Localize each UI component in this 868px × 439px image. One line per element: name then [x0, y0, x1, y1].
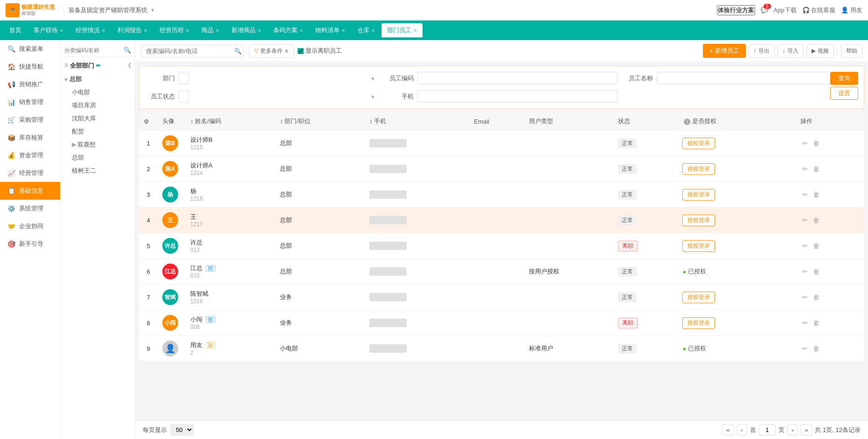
- tree-child-zongbu2[interactable]: 总部: [61, 151, 135, 164]
- close-icon[interactable]: ✕: [102, 28, 105, 33]
- edit-btn[interactable]: ✏: [800, 241, 810, 251]
- tab-bom[interactable]: 物料清单 ✕: [310, 23, 351, 37]
- tree-all-dept[interactable]: 全部部门: [70, 62, 94, 70]
- notification[interactable]: 💬 5: [761, 7, 768, 14]
- sidebar-item-guide[interactable]: 🎯新手引导: [0, 235, 60, 253]
- dept-select[interactable]: [179, 72, 189, 84]
- per-page-select[interactable]: 50: [171, 425, 194, 435]
- th-name[interactable]: ↕ 姓名/编码: [186, 112, 275, 131]
- tree-search-input[interactable]: [64, 47, 124, 54]
- search-input[interactable]: [141, 45, 243, 57]
- app-download[interactable]: App下载: [774, 6, 797, 14]
- tree-child-shenyang[interactable]: 沈阳大库: [61, 112, 135, 125]
- sidebar-item-marketing[interactable]: 📢营销推广: [0, 76, 60, 93]
- sidebar-item-biz[interactable]: 📈经营管理: [0, 164, 60, 182]
- title-dropdown[interactable]: ▾: [151, 7, 154, 14]
- tree-edit-icon[interactable]: ✏: [96, 63, 101, 69]
- tab-warehouse[interactable]: 仓库 ✕: [352, 23, 381, 37]
- tab-add-goods[interactable]: 新增商品 ✕: [226, 23, 267, 37]
- import-btn[interactable]: ↓ 导入: [778, 44, 804, 58]
- tab-ops[interactable]: 经营情况 ✕: [70, 23, 111, 37]
- online-service[interactable]: 🎧 在线客服: [802, 6, 836, 14]
- edit-btn[interactable]: ✏: [800, 293, 810, 302]
- phone-input[interactable]: [417, 90, 617, 103]
- show-resigned-checkbox[interactable]: 显示离职员工: [298, 47, 342, 55]
- close-icon[interactable]: ✕: [60, 28, 63, 33]
- last-page-btn[interactable]: »: [800, 425, 812, 435]
- set-btn[interactable]: 设置: [830, 87, 858, 100]
- edit-btn[interactable]: ✏: [800, 318, 810, 328]
- auth-login-btn[interactable]: 授权登录: [682, 240, 715, 252]
- more-filter-btn[interactable]: ▽ 更多条件 ∧: [249, 44, 294, 58]
- sidebar-item-finance[interactable]: 💰资金管理: [0, 146, 60, 164]
- edit-btn[interactable]: ✏: [800, 344, 810, 353]
- sidebar-item-sales[interactable]: 📊销售管理: [0, 93, 60, 111]
- close-icon[interactable]: ✕: [371, 28, 375, 33]
- delete-btn[interactable]: 🗑: [811, 241, 821, 251]
- th-phone[interactable]: ↕ 手机: [365, 112, 469, 131]
- add-employee-btn[interactable]: + 新增员工: [703, 44, 746, 58]
- auth-login-btn[interactable]: 授权登录: [682, 163, 715, 175]
- page-number-input[interactable]: [759, 425, 776, 435]
- delete-btn[interactable]: 🗑: [811, 267, 821, 276]
- tab-history[interactable]: 经营历程 ✕: [154, 23, 195, 37]
- sidebar-item-purchase[interactable]: 🛒采购管理: [0, 111, 60, 129]
- user-avatar[interactable]: 👤 用友: [841, 6, 862, 14]
- close-icon[interactable]: ✕: [257, 28, 261, 33]
- sidebar-item-nav[interactable]: 🏠快捷导航: [0, 58, 60, 76]
- status-select[interactable]: [179, 90, 189, 103]
- emp-name-input[interactable]: [657, 72, 856, 84]
- first-page-btn[interactable]: «: [722, 425, 734, 435]
- close-icon[interactable]: ✕: [186, 28, 189, 33]
- delete-btn[interactable]: 🗑: [811, 216, 821, 225]
- edit-btn[interactable]: ✏: [800, 164, 810, 174]
- close-icon[interactable]: ✕: [341, 28, 345, 33]
- tab-customer[interactable]: 客户联络 ✕: [28, 23, 69, 37]
- emp-code-input[interactable]: [417, 72, 617, 84]
- close-icon[interactable]: ✕: [413, 28, 417, 33]
- sidebar-item-system[interactable]: ⚙️系统管理: [0, 200, 60, 217]
- auth-login-btn[interactable]: 授权登录: [682, 292, 715, 303]
- tree-collapse-icon[interactable]: 《: [125, 62, 131, 70]
- tab-staff[interactable]: 部门员工 ✕: [382, 23, 423, 37]
- tree-child-peihuo[interactable]: 配货: [61, 125, 135, 138]
- tree-child-zhishu[interactable]: 植树王二: [61, 164, 135, 177]
- auth-login-btn[interactable]: 授权登录: [682, 215, 715, 226]
- video-btn[interactable]: ▶ 视频: [806, 44, 834, 58]
- tab-goods[interactable]: 商品 ✕: [196, 23, 225, 37]
- tab-home[interactable]: 首页: [4, 23, 27, 37]
- delete-btn[interactable]: 🗑: [811, 318, 821, 328]
- help-btn[interactable]: 帮助: [841, 44, 862, 58]
- auth-login-btn[interactable]: 授权登录: [682, 138, 715, 149]
- edit-btn[interactable]: ✏: [800, 267, 810, 276]
- trial-btn[interactable]: 体验行业方案: [717, 5, 755, 15]
- tree-child-xiangmu[interactable]: 项目库房: [61, 99, 135, 112]
- close-icon[interactable]: ✕: [144, 28, 147, 33]
- edit-btn[interactable]: ✏: [800, 190, 810, 199]
- edit-btn[interactable]: ✏: [800, 216, 810, 225]
- prev-page-btn[interactable]: ‹: [737, 425, 747, 435]
- tab-barcode[interactable]: 条码方案 ✕: [268, 23, 309, 37]
- search-icon[interactable]: 🔍: [234, 48, 242, 55]
- auth-login-btn[interactable]: 授权登录: [682, 317, 715, 329]
- delete-btn[interactable]: 🗑: [811, 293, 821, 302]
- tab-profit[interactable]: 利润报告 ✕: [112, 23, 153, 37]
- sidebar-item-inventory[interactable]: 📦库存核算: [0, 129, 60, 146]
- edit-btn[interactable]: ✏: [800, 139, 810, 148]
- sidebar-item-search[interactable]: 🔍搜索菜单: [0, 40, 60, 58]
- th-dept[interactable]: ↕ 部门/职位: [275, 112, 365, 131]
- sidebar-item-basic[interactable]: 📋基础信息: [0, 182, 60, 200]
- close-icon[interactable]: ✕: [299, 28, 303, 33]
- tree-search-icon[interactable]: 🔍: [124, 47, 131, 54]
- th-settings[interactable]: ⚙: [139, 112, 158, 131]
- tree-child-shuanglu[interactable]: ▶双鹿想: [61, 138, 135, 151]
- tree-child-xiaodian[interactable]: 小电部: [61, 86, 135, 99]
- delete-btn[interactable]: 🗑: [811, 139, 821, 148]
- delete-btn[interactable]: 🗑: [811, 344, 821, 353]
- close-icon[interactable]: ✕: [215, 28, 219, 33]
- tree-node-zongbu[interactable]: ▾总部: [61, 73, 135, 86]
- delete-btn[interactable]: 🗑: [811, 190, 821, 199]
- export-btn[interactable]: ↑ 导出: [749, 44, 775, 58]
- auth-login-btn[interactable]: 授权登录: [682, 189, 715, 201]
- query-btn[interactable]: 查询: [830, 72, 858, 85]
